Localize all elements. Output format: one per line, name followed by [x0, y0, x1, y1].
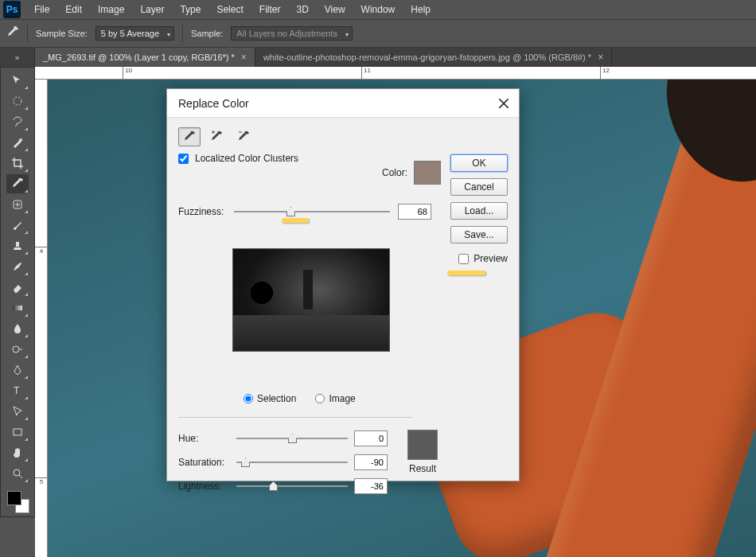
- tools-panel: T: [0, 67, 35, 517]
- preview-label: Preview: [473, 253, 508, 264]
- replace-color-dialog: Replace Color Localized Color Clusters C…: [166, 88, 520, 481]
- hue-input[interactable]: [354, 430, 388, 446]
- fuzziness-label: Fuzziness:: [178, 206, 226, 217]
- annotation-highlight: [282, 218, 309, 223]
- saturation-slider[interactable]: [236, 462, 348, 463]
- preview-mode-group: Selection Image: [244, 393, 356, 404]
- ruler-tick: 5: [35, 477, 48, 485]
- brush-tool[interactable]: [6, 216, 29, 235]
- type-tool[interactable]: T: [6, 381, 29, 400]
- eyedropper-sample-icon[interactable]: [178, 127, 201, 146]
- slider-thumb[interactable]: [269, 481, 278, 491]
- close-icon[interactable]: ×: [598, 52, 603, 63]
- lightness-label: Lightness:: [178, 481, 230, 492]
- eyedropper-subtract-icon[interactable]: [232, 127, 255, 146]
- lightness-slider[interactable]: [236, 485, 348, 487]
- ruler-vertical[interactable]: 4 5: [35, 80, 48, 557]
- blur-tool[interactable]: [6, 319, 29, 338]
- doc-tab-label: _MG_2693.tif @ 100% (Layer 1 copy, RGB/1…: [43, 53, 235, 62]
- tab-scroll-left[interactable]: »: [0, 48, 35, 67]
- annotation-highlight: [447, 271, 485, 275]
- doc-tab-label: white-outline-photoshop-removal-emma-gri…: [263, 53, 591, 62]
- zoom-tool[interactable]: [6, 464, 29, 483]
- history-brush-tool[interactable]: [6, 257, 29, 276]
- saturation-label: Saturation:: [178, 457, 230, 468]
- doc-tab-active[interactable]: _MG_2693.tif @ 100% (Layer 1 copy, RGB/1…: [35, 48, 255, 67]
- sample-size-label: Sample Size:: [36, 29, 88, 38]
- hue-slider[interactable]: [236, 438, 348, 439]
- eyedropper-group: [178, 127, 508, 146]
- svg-rect-5: [14, 429, 21, 435]
- svg-point-6: [14, 469, 20, 476]
- slider-thumb[interactable]: [288, 434, 297, 443]
- dialog-title: Replace Color: [178, 97, 249, 110]
- shape-tool[interactable]: [6, 423, 29, 442]
- radio-selection[interactable]: Selection: [244, 393, 296, 404]
- close-icon[interactable]: [497, 96, 511, 111]
- sample-size-select[interactable]: 5 by 5 Average: [95, 26, 174, 41]
- pen-tool[interactable]: [6, 360, 29, 380]
- sample-select[interactable]: All Layers no Adjustments: [231, 26, 353, 41]
- menu-help[interactable]: Help: [403, 2, 438, 18]
- result-label: Result: [407, 463, 438, 474]
- radio-image[interactable]: Image: [315, 393, 355, 404]
- menu-type[interactable]: Type: [173, 2, 208, 18]
- path-selection-tool[interactable]: [6, 402, 29, 421]
- cancel-button[interactable]: Cancel: [450, 178, 508, 196]
- slider-thumb[interactable]: [241, 458, 250, 467]
- color-swatch[interactable]: [414, 161, 441, 185]
- slider-thumb[interactable]: [286, 207, 295, 216]
- document-tabs: _MG_2693.tif @ 100% (Layer 1 copy, RGB/1…: [0, 48, 756, 67]
- healing-brush-tool[interactable]: [6, 195, 29, 214]
- menu-3d[interactable]: 3D: [289, 2, 315, 18]
- magic-wand-tool[interactable]: [6, 133, 29, 152]
- svg-point-0: [14, 97, 21, 105]
- crop-tool[interactable]: [6, 154, 29, 173]
- eyedropper-tool[interactable]: [6, 174, 29, 193]
- menu-filter[interactable]: Filter: [252, 2, 288, 18]
- menu-file[interactable]: File: [27, 2, 57, 18]
- menu-layer[interactable]: Layer: [133, 2, 171, 18]
- divider: [182, 25, 183, 42]
- dodge-tool[interactable]: [6, 340, 29, 359]
- menu-image[interactable]: Image: [91, 2, 131, 18]
- menu-select[interactable]: Select: [209, 2, 250, 18]
- marquee-tool[interactable]: [6, 92, 29, 111]
- menu-edit[interactable]: Edit: [58, 2, 89, 18]
- ruler-tick: 11: [361, 67, 371, 80]
- menu-view[interactable]: View: [318, 2, 353, 18]
- selection-preview[interactable]: [232, 248, 390, 352]
- eraser-tool[interactable]: [6, 278, 29, 297]
- clone-stamp-tool[interactable]: [6, 236, 29, 255]
- divider: [178, 417, 412, 418]
- hand-tool[interactable]: [6, 443, 29, 462]
- ruler-tick: 4: [35, 247, 48, 255]
- foreground-color-swatch[interactable]: [7, 491, 21, 505]
- localized-clusters-label: Localized Color Clusters: [195, 153, 298, 164]
- fuzziness-input[interactable]: [398, 204, 431, 220]
- gradient-tool[interactable]: [6, 298, 29, 317]
- menu-window[interactable]: Window: [354, 2, 403, 18]
- load-button[interactable]: Load...: [450, 202, 508, 220]
- hue-label: Hue:: [178, 433, 230, 444]
- preview-checkbox[interactable]: [458, 254, 469, 264]
- eyedropper-add-icon[interactable]: [205, 127, 228, 146]
- fuzziness-slider[interactable]: [234, 211, 390, 212]
- close-icon[interactable]: ×: [241, 52, 247, 63]
- menubar: Ps File Edit Image Layer Type Select Fil…: [0, 0, 756, 19]
- eyedropper-icon[interactable]: [6, 26, 19, 41]
- saturation-input[interactable]: [354, 454, 388, 470]
- ruler-tick: 12: [600, 67, 610, 80]
- ok-button[interactable]: OK: [450, 154, 508, 172]
- localized-clusters-checkbox[interactable]: [178, 154, 189, 164]
- doc-tab-inactive[interactable]: white-outline-photoshop-removal-emma-gri…: [255, 48, 612, 67]
- result-swatch[interactable]: [407, 430, 438, 460]
- save-button[interactable]: Save...: [450, 226, 508, 243]
- lasso-tool[interactable]: [6, 112, 29, 131]
- color-swatches[interactable]: [6, 489, 29, 513]
- ruler-horizontal[interactable]: 10 11 12: [35, 67, 756, 80]
- dialog-titlebar[interactable]: Replace Color: [167, 89, 519, 118]
- move-tool[interactable]: [6, 71, 29, 90]
- svg-text:T: T: [14, 385, 20, 396]
- lightness-input[interactable]: [354, 478, 388, 494]
